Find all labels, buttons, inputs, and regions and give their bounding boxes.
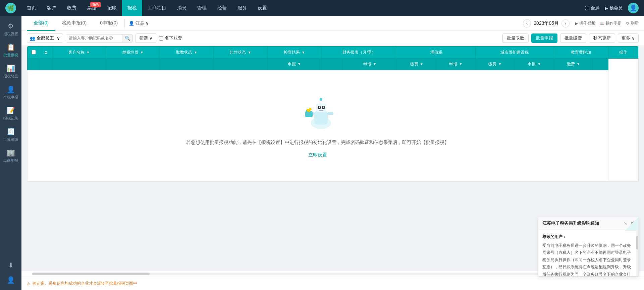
batch-fetch-btn[interactable]: 批量取数 bbox=[502, 33, 529, 43]
scroll-thumb[interactable] bbox=[32, 273, 150, 275]
table-wrapper: ⚙ 客户名称 ▼ 纳税性质 ▼ 取数状态 ▼ 比对状态 ▼ 检查结果 ▼ 财务报… bbox=[27, 46, 639, 182]
user-avatar[interactable]: 👤 bbox=[628, 3, 639, 13]
nav-business[interactable]: 工商项目 bbox=[142, 0, 172, 16]
prev-month-btn[interactable]: ‹ bbox=[523, 19, 531, 27]
more-btn[interactable]: 更多 ∨ bbox=[618, 33, 639, 43]
checkbox-label[interactable]: 名下账套 bbox=[159, 35, 182, 41]
batch-pay-btn[interactable]: 批量缴费 bbox=[560, 33, 586, 43]
th-checkbox[interactable] bbox=[28, 47, 40, 59]
logo: 🌿 bbox=[3, 0, 19, 16]
nav-settings[interactable]: 设置 bbox=[252, 0, 272, 16]
th-sub-city-declare: 申报 ▼ bbox=[436, 59, 476, 70]
th-sub-financial-declare: 申报 ▼ bbox=[267, 59, 321, 70]
top-nav: 🌿 首页 客户 收费 票据 NEW 记账 报税 工商项目 消息 管理 经营 服务… bbox=[0, 0, 644, 16]
batch-declare-btn[interactable]: 批量申报 bbox=[531, 33, 557, 43]
nav-home[interactable]: 首页 bbox=[21, 0, 42, 16]
nav-message[interactable]: 消息 bbox=[172, 0, 192, 16]
sidebar-item-tax-settings[interactable]: ⚙ 报税设置 bbox=[0, 19, 21, 40]
annual-tax-icon: 🧾 bbox=[7, 128, 15, 136]
svg-point-14 bbox=[308, 110, 310, 112]
sidebar-download[interactable]: ⬇ bbox=[0, 258, 21, 273]
th-sub-blank5 bbox=[160, 59, 213, 70]
empty-text: 若您想使用批量报税功能，请先在【报税设置】中进行报税的初始化设置，完成密码验证和… bbox=[186, 138, 449, 147]
notification-body: 受当前电子税务局进一步升级的影响，同一个政务网账号（办税人）名下的企业不能再同时… bbox=[542, 242, 634, 276]
sidebar-user[interactable]: 👤 bbox=[0, 273, 21, 287]
notification-scrollbar[interactable] bbox=[636, 229, 638, 276]
empty-state-cell: 若您想使用批量报税功能，请先在【报税设置】中进行报税的初始化设置，完成密码验证和… bbox=[28, 70, 608, 181]
month-nav: ‹ 2023年05月 › bbox=[523, 19, 570, 27]
video-action[interactable]: ▶ 操作视频 bbox=[575, 20, 595, 26]
filter-btn[interactable]: 筛选 ∨ bbox=[136, 33, 156, 43]
employee-icon: 👥 bbox=[30, 36, 35, 41]
account-checkbox[interactable] bbox=[159, 36, 163, 41]
sidebar-item-personal-tax[interactable]: 👤 个税申报 bbox=[0, 82, 21, 103]
th-sub-city-pay: 缴费 ▼ bbox=[475, 59, 515, 70]
toolbar-right: 批量取数 批量申报 批量缴费 状态更新 更多 ∨ bbox=[502, 33, 639, 43]
svg-point-5 bbox=[319, 106, 320, 108]
search-input[interactable] bbox=[66, 34, 122, 42]
sidebar-item-tax-overview[interactable]: 📊 报税总览 bbox=[0, 61, 21, 82]
select-all-checkbox[interactable] bbox=[32, 50, 36, 54]
region-icon: 👤 bbox=[129, 21, 134, 26]
nav-accounting[interactable]: 记账 bbox=[102, 0, 122, 16]
notification-header: 江苏电子税务局升级影响通知 ⤡ ✕ bbox=[538, 217, 638, 229]
th-check-result: 检查结果 ▼ bbox=[267, 47, 321, 59]
th-sub-vat-pay: 缴费 ▼ bbox=[397, 59, 436, 70]
region-selector[interactable]: 👤 江苏 ∨ bbox=[124, 19, 153, 28]
th-sub-blank3 bbox=[52, 59, 106, 70]
current-month: 2023年05月 bbox=[534, 20, 559, 26]
notification-scroll-thumb[interactable] bbox=[636, 236, 638, 249]
robot-illustration bbox=[296, 93, 339, 133]
nav-operation[interactable]: 经营 bbox=[212, 0, 232, 16]
th-customer: 客户名称 ▼ bbox=[52, 47, 106, 59]
nav-tax[interactable]: 报税 bbox=[122, 0, 142, 16]
tab-tax-declaration[interactable]: 税款申报(0) bbox=[55, 16, 93, 31]
search-button[interactable]: 🔍 bbox=[122, 34, 133, 42]
fullscreen-btn[interactable]: ⛶ 全屏 bbox=[585, 5, 599, 11]
batch-tax-icon: 📋 bbox=[7, 43, 15, 51]
data-table: ⚙ 客户名称 ▼ 纳税性质 ▼ 取数状态 ▼ 比对状态 ▼ 检查结果 ▼ 财务报… bbox=[27, 46, 638, 181]
sidebar-item-tax-record[interactable]: 📝 报税记录 bbox=[0, 103, 21, 124]
employee-select[interactable]: 👥 全部员工 ∨ bbox=[27, 33, 63, 43]
sidebar-item-annual-tax[interactable]: 🧾 汇算清缴 bbox=[0, 124, 21, 145]
vip-btn[interactable]: ▶ 畅会员 bbox=[605, 5, 623, 11]
th-gear[interactable]: ⚙ bbox=[40, 47, 52, 59]
svg-rect-1 bbox=[314, 111, 328, 125]
personal-tax-icon: 👤 bbox=[7, 85, 15, 93]
th-sub-blank2 bbox=[40, 59, 52, 70]
th-compare-status: 比对状态 ▼ bbox=[214, 47, 267, 59]
tax-settings-icon: ⚙ bbox=[7, 22, 15, 30]
nav-invoice[interactable]: 票据 NEW bbox=[82, 0, 102, 16]
svg-rect-9 bbox=[327, 112, 333, 115]
nav-manage[interactable]: 管理 bbox=[192, 0, 212, 16]
setup-link[interactable]: 立即设置 bbox=[308, 152, 327, 158]
tab-bar: 全部(0) 税款申报(0) 0申报(0) 👤 江苏 ∨ ‹ 2023年05月 ›… bbox=[21, 16, 644, 31]
bottom-bar: ⚠ 验证密、采集信息均成功的企业才会流转至批量报税页面中 bbox=[21, 277, 644, 290]
th-sub-blank4 bbox=[106, 59, 160, 70]
refresh-action[interactable]: ↻ 刷新 bbox=[626, 20, 639, 26]
sidebar-bottom: ⬇ 👤 bbox=[0, 258, 21, 290]
nav-service[interactable]: 服务 bbox=[232, 0, 252, 16]
sidebar-item-annual-report[interactable]: 🏢 工商年报 bbox=[0, 145, 21, 166]
nav-customer[interactable]: 客户 bbox=[42, 0, 62, 16]
nav-fee[interactable]: 收费 bbox=[62, 0, 82, 16]
manual-action[interactable]: 📖 操作手册 bbox=[599, 20, 622, 26]
tab-all[interactable]: 全部(0) bbox=[27, 16, 55, 31]
th-city-construction: 城市维护建设税 bbox=[475, 47, 554, 59]
vip-icon: ▶ bbox=[605, 6, 608, 11]
tab-zero-declaration[interactable]: 0申报(0) bbox=[93, 16, 124, 31]
th-fetch-status: 取数状态 ▼ bbox=[160, 47, 213, 59]
status-update-btn[interactable]: 状态更新 bbox=[589, 33, 615, 43]
manual-icon: 📖 bbox=[599, 21, 604, 26]
next-month-btn[interactable]: › bbox=[561, 19, 570, 27]
download-icon: ⬇ bbox=[7, 261, 15, 269]
fullscreen-icon: ⛶ bbox=[585, 6, 589, 11]
sidebar-item-batch-tax[interactable]: 📋 批量报税 bbox=[0, 40, 21, 61]
video-icon: ▶ bbox=[575, 21, 578, 26]
more-icon: ∨ bbox=[632, 36, 635, 41]
refresh-icon: ↻ bbox=[626, 21, 629, 26]
tax-overview-icon: 📊 bbox=[7, 64, 15, 72]
toolbar: 👥 全部员工 ∨ 🔍 筛选 ∨ 名下账套 批量取数 批量申报 批量缴费 状态更新 bbox=[21, 31, 644, 46]
svg-point-13 bbox=[309, 108, 312, 111]
nav-right: ⛶ 全屏 ▶ 畅会员 👤 bbox=[585, 3, 644, 13]
